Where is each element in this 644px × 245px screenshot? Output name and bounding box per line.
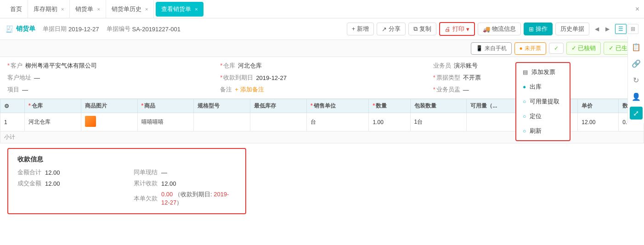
- print-icon: 🖨: [445, 26, 451, 33]
- history-button[interactable]: 历史单据: [555, 23, 589, 35]
- staff-value: 演示账号: [454, 62, 478, 70]
- logistics-label: 物流信息: [492, 25, 516, 33]
- due-date-value: 2019-12-27: [256, 74, 287, 81]
- confirm-icon: ✓: [554, 45, 559, 51]
- row-price: 12.00: [578, 113, 619, 131]
- confirm-btn[interactable]: ✓: [549, 43, 564, 54]
- not-open-btn[interactable]: ● 未开票: [514, 42, 546, 55]
- sidebar-refresh-icon[interactable]: ↻: [630, 74, 643, 86]
- new-label: + 新增: [352, 25, 369, 33]
- window-close[interactable]: ×: [635, 5, 639, 13]
- warehouse-value: 河北仓库: [238, 62, 262, 70]
- copy-button[interactable]: ⧉ 复制: [408, 23, 436, 35]
- refresh-label: 刷新: [530, 127, 542, 135]
- doc-number-meta: 单据编号 SA-20191227-001: [107, 25, 181, 33]
- payment-right: 同单现结 — 累计收款 12.00 本单欠款 0.00 （收款到期日: 2019…: [134, 168, 236, 207]
- row-image: [81, 113, 137, 131]
- address-label: 客户地址: [7, 74, 31, 82]
- tab-sales-order[interactable]: 销货单 ×: [70, 0, 106, 18]
- status-verified: ✓ 已核销: [566, 42, 601, 55]
- deal-label: 成交金额: [17, 179, 41, 188]
- nav-arrows: ◀ ▶: [592, 25, 612, 33]
- tab-history-label: 销货单历史: [112, 5, 141, 13]
- dropdown-outbound[interactable]: ● 出库: [516, 80, 570, 94]
- doc-date-meta: 单据日期 2019-12-27: [43, 25, 99, 33]
- refresh-icon: ○: [523, 128, 526, 134]
- new-button[interactable]: + 新增: [347, 23, 374, 35]
- add-invoice-label: 添加发票: [531, 68, 555, 76]
- prev-arrow[interactable]: ◀: [592, 25, 602, 33]
- tab-sales-label: 销货单: [75, 5, 93, 13]
- owed-note-prefix: （收款到期日:: [175, 191, 214, 198]
- available-qty-icon: ○: [523, 98, 526, 105]
- same-order-row: 同单现结 —: [134, 168, 236, 177]
- tab-sales-history[interactable]: 销货单历史 ×: [106, 0, 154, 18]
- view-list[interactable]: ☰: [615, 24, 627, 34]
- doc-header: 🧾 销货单 单据日期 2019-12-27 单据编号 SA-20191227-0…: [0, 18, 644, 40]
- sales-staff-value: —: [463, 86, 469, 93]
- view-grid[interactable]: ⊞: [627, 24, 638, 34]
- share-icon: ↗: [382, 26, 387, 33]
- ticket-icon: ●: [520, 45, 523, 51]
- action-bar: 📱 来自手机 ● 未开票 ✓ ✓ 已核销 ✓ 已生效: [0, 40, 644, 57]
- from-phone-btn[interactable]: 📱 来自手机: [471, 42, 512, 55]
- tab-sales-close[interactable]: ×: [97, 6, 100, 12]
- accumulated-label: 累计收款: [134, 179, 158, 188]
- sidebar-link-icon[interactable]: 🔗: [630, 57, 643, 70]
- customer-label: 客户: [7, 62, 23, 70]
- project-value: —: [22, 86, 28, 93]
- print-dropdown-icon: ▾: [466, 26, 469, 33]
- right-sidebar: 📋 🔗 ↻ 👤 ⊞ ⤢: [627, 37, 644, 123]
- operations-button[interactable]: ⊞ 操作: [524, 23, 553, 35]
- logistics-button[interactable]: 🚚 物流信息: [478, 23, 521, 35]
- sidebar-doc-icon[interactable]: 📋: [630, 40, 643, 53]
- operations-icon: ⊞: [529, 26, 534, 33]
- ticket-type-value: 不开票: [463, 74, 481, 82]
- col-min-stock: 最低库存: [250, 99, 307, 113]
- dropdown-locate[interactable]: ○ 定位: [516, 109, 570, 124]
- note-row: 备注 + 添加备注: [220, 85, 424, 94]
- dropdown-add-invoice[interactable]: ▤ 添加发票: [516, 65, 570, 80]
- tab-view-close[interactable]: ×: [195, 6, 198, 12]
- tab-home-label: 首页: [10, 5, 22, 13]
- copy-label: 复制: [419, 25, 431, 33]
- owed-note-suffix: ）: [176, 199, 182, 206]
- dropdown-available-qty[interactable]: ○ 可用量提取: [516, 94, 570, 109]
- staff-label: 业务员: [433, 62, 451, 70]
- customer-value: 柳州粤港平安气体有限公司: [25, 62, 97, 70]
- doc-date-label: 单据日期: [43, 25, 67, 33]
- tab-home[interactable]: 首页: [5, 0, 28, 18]
- tab-inventory-init[interactable]: 库存期初 ×: [28, 0, 70, 18]
- total-row: 金额合计 12.00: [17, 168, 120, 177]
- print-button[interactable]: 🖨 打印 ▾: [439, 22, 475, 36]
- col-spec: 规格型号: [194, 99, 250, 113]
- total-label: 金额合计: [17, 168, 41, 177]
- next-arrow[interactable]: ▶: [603, 25, 612, 33]
- available-qty-label: 可用量提取: [530, 97, 559, 106]
- tab-view-sales[interactable]: 查看销货单 ×: [156, 2, 203, 17]
- row-qty: 1.00: [369, 113, 410, 131]
- tab-history-close[interactable]: ×: [145, 6, 148, 12]
- same-order-value: —: [161, 169, 167, 176]
- payment-box: 收款信息 金额合计 12.00 成交金额 12.00 同单现结 —: [7, 148, 246, 214]
- doc-number-value: SA-20191227-001: [132, 26, 181, 33]
- col-settings[interactable]: ⚙: [0, 99, 25, 113]
- verified-label: ✓ 已核销: [571, 45, 596, 51]
- tab-inventory-close[interactable]: ×: [61, 6, 64, 12]
- sidebar-user-icon[interactable]: 👤: [630, 90, 643, 103]
- project-row: 项目 —: [7, 85, 211, 94]
- outbound-label: 出库: [530, 83, 542, 91]
- add-invoice-icon: ▤: [523, 69, 528, 75]
- warehouse-row: 仓库 河北仓库: [220, 62, 424, 70]
- sidebar-expand-icon[interactable]: ⤢: [630, 107, 643, 120]
- from-phone-label: 来自手机: [485, 45, 507, 52]
- same-order-label: 同单现结: [134, 168, 158, 177]
- share-button[interactable]: ↗ 分享: [377, 23, 406, 35]
- col-qty: 数量: [369, 99, 410, 113]
- phone-icon: 📱: [476, 45, 483, 51]
- dropdown-refresh[interactable]: ○ 刷新: [516, 124, 570, 138]
- col-pack-qty: 包装数量: [410, 99, 467, 113]
- operations-label: 操作: [536, 25, 548, 33]
- print-label: 打印: [452, 25, 464, 33]
- add-note-btn[interactable]: + 添加备注: [235, 85, 264, 94]
